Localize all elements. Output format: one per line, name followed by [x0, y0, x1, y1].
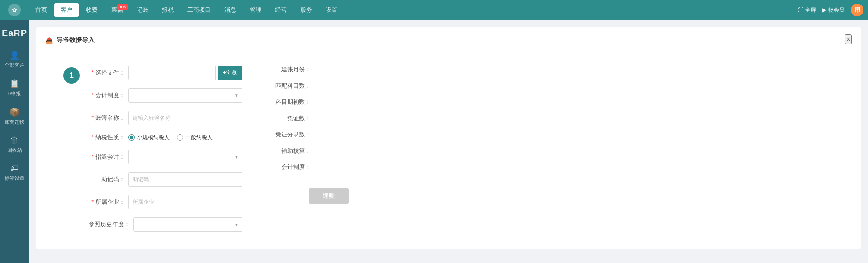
file-row: +浏览: [128, 66, 242, 80]
memo-code-label: 助记码：: [89, 175, 125, 183]
sidebar-item-declaration[interactable]: 📋 0申报: [0, 74, 29, 101]
content-area: 📤 导爷数据导入 × 1 选择文件：: [29, 20, 868, 263]
declaration-icon: 📋: [9, 79, 19, 89]
close-button[interactable]: ×: [845, 34, 852, 44]
tax-small-label: 小规模纳税人: [137, 134, 170, 141]
build-month-row: 建账月份：: [270, 66, 387, 74]
file-input[interactable]: [128, 66, 216, 80]
period-initial-row: 科目期初数：: [270, 98, 387, 106]
migration-icon: 📦: [9, 107, 19, 117]
logo-icon: ✿: [8, 4, 21, 16]
assigned-accountant-select[interactable]: [128, 150, 242, 164]
sidebar-label-tags: 标签设置: [5, 175, 24, 182]
accounting-system-select-wrap: ▼: [128, 88, 242, 103]
auxiliary-label: 辅助核算：: [270, 147, 311, 155]
nav-bookkeeping[interactable]: 记账: [130, 3, 155, 17]
nav-tax[interactable]: 报税: [156, 3, 180, 17]
auxiliary-row: 辅助核算：: [270, 147, 387, 155]
tax-nature-row: 纳税性质： 小规模纳税人 一般纳税人: [89, 133, 242, 141]
file-label: 选择文件：: [89, 69, 125, 77]
accounting-system2-row: 会计制度：: [270, 163, 387, 171]
voucher-entries-row: 凭证分录数：: [270, 131, 387, 139]
company-label: 所属企业：: [89, 198, 125, 206]
ledger-name-input[interactable]: [128, 111, 242, 125]
tax-general-radio[interactable]: [177, 134, 183, 141]
right-form: 建账月份： 匹配科目数： 科目期初数： 凭证数：: [261, 66, 387, 240]
sidebar-label-all-customers: 全部客户: [5, 62, 24, 69]
import-panel: 📤 导爷数据导入 × 1 选择文件：: [36, 27, 861, 249]
browse-button[interactable]: +浏览: [218, 66, 242, 80]
avatar-text: 用: [854, 6, 860, 14]
memo-code-input[interactable]: [128, 172, 242, 187]
nav-fees[interactable]: 收费: [80, 3, 104, 17]
memo-code-row: 助记码：: [89, 172, 242, 187]
nav-services[interactable]: 服务: [294, 3, 318, 17]
sidebar-label-migration: 账套迁移: [5, 119, 24, 126]
history-year-select-wrap: ▼: [133, 217, 242, 232]
accounting-system-row: 会计制度： ▼: [89, 88, 242, 103]
all-customers-icon: 👤: [9, 50, 19, 60]
tax-nature-label: 纳税性质：: [89, 133, 125, 141]
voucher-count-row: 凭证数：: [270, 114, 387, 122]
company-input[interactable]: [128, 195, 242, 209]
sidebar-item-tags[interactable]: 🏷 标签设置: [0, 159, 29, 185]
nav-messages[interactable]: 消息: [218, 3, 242, 17]
earp-text: EaRP: [2, 28, 27, 38]
sidebar-earp: EaRP: [0, 23, 29, 44]
nav-settings[interactable]: 设置: [319, 3, 344, 17]
member-icon: ▶: [822, 7, 826, 13]
tax-small-radio[interactable]: [128, 134, 135, 141]
sidebar-item-all-customers[interactable]: 👤 全部客户: [0, 46, 29, 72]
tax-nature-radio-group: 小规模纳税人 一般纳税人: [128, 134, 242, 141]
step-number: 1: [69, 71, 74, 80]
panel-title-icon: 📤: [45, 37, 53, 44]
step-badge: 1: [63, 67, 80, 84]
company-row: 所属企业：: [89, 195, 242, 209]
form-container: 1 选择文件： +浏览 会计制度：: [45, 61, 852, 240]
user-avatar[interactable]: 用: [851, 4, 863, 16]
sidebar: EaRP 👤 全部客户 📋 0申报 📦 账套迁移 🗑 回收站 🏷 标签设置: [0, 20, 29, 263]
nav-management[interactable]: 管理: [243, 3, 268, 17]
history-year-label: 参照历史年度：: [89, 221, 130, 229]
nav-menu: 首页 客户 收费 票据 new 记账 报税 工商项目 消息 管理 经营 服务 设…: [29, 3, 798, 17]
logo[interactable]: ✿: [5, 0, 24, 20]
new-badge: new: [117, 4, 128, 10]
tax-general-option[interactable]: 一般纳税人: [177, 134, 213, 141]
panel-title: 导爷数据导入: [57, 36, 95, 44]
sidebar-item-migration[interactable]: 📦 账套迁移: [0, 103, 29, 129]
accounting-system2-label: 会计制度：: [270, 163, 311, 171]
nav-customers[interactable]: 客户: [54, 3, 79, 17]
match-subjects-label: 匹配科目数：: [270, 82, 311, 90]
ledger-name-label: 账簿名称：: [89, 114, 125, 122]
accounting-system-select[interactable]: [128, 88, 242, 103]
left-form: 选择文件： +浏览 会计制度：: [89, 66, 242, 240]
build-month-label: 建账月份：: [270, 66, 311, 74]
tax-general-label: 一般纳税人: [185, 134, 213, 141]
top-navigation: ✿ 首页 客户 收费 票据 new 记账 报税 工商项目 消息 管理 经营 服务…: [0, 0, 868, 20]
nav-right-actions: ⛶ 全屏 ▶ 畅会员 用: [798, 4, 863, 16]
step-section: 1 选择文件： +浏览 会计制度：: [63, 66, 242, 240]
assigned-accountant-select-wrap: ▼: [128, 150, 242, 164]
nav-invoices[interactable]: 票据 new: [105, 3, 129, 17]
nav-home[interactable]: 首页: [29, 3, 53, 17]
fullscreen-label: 全屏: [805, 6, 816, 14]
accounting-system-label: 会计制度：: [89, 91, 125, 99]
build-btn-container: 建账: [270, 179, 387, 204]
sidebar-label-declaration: 0申报: [8, 90, 21, 97]
member-label: 畅会员: [828, 6, 844, 14]
sidebar-item-recycle[interactable]: 🗑 回收站: [0, 131, 29, 157]
assigned-accountant-row: 指派会计： ▼: [89, 150, 242, 164]
panel-header: 📤 导爷数据导入: [45, 36, 852, 52]
assigned-accountant-label: 指派会计：: [89, 153, 125, 161]
logo-symbol: ✿: [12, 6, 17, 14]
fullscreen-icon: ⛶: [798, 7, 803, 13]
member-btn[interactable]: ▶ 畅会员: [822, 6, 844, 14]
nav-operations[interactable]: 经营: [269, 3, 293, 17]
fullscreen-btn[interactable]: ⛶ 全屏: [798, 6, 816, 14]
tax-small-option[interactable]: 小规模纳税人: [128, 134, 170, 141]
period-initial-label: 科目期初数：: [270, 98, 311, 106]
nav-business[interactable]: 工商项目: [181, 3, 217, 17]
build-account-button[interactable]: 建账: [309, 188, 349, 204]
ledger-name-row: 账簿名称：: [89, 111, 242, 125]
history-year-select[interactable]: [133, 217, 242, 232]
